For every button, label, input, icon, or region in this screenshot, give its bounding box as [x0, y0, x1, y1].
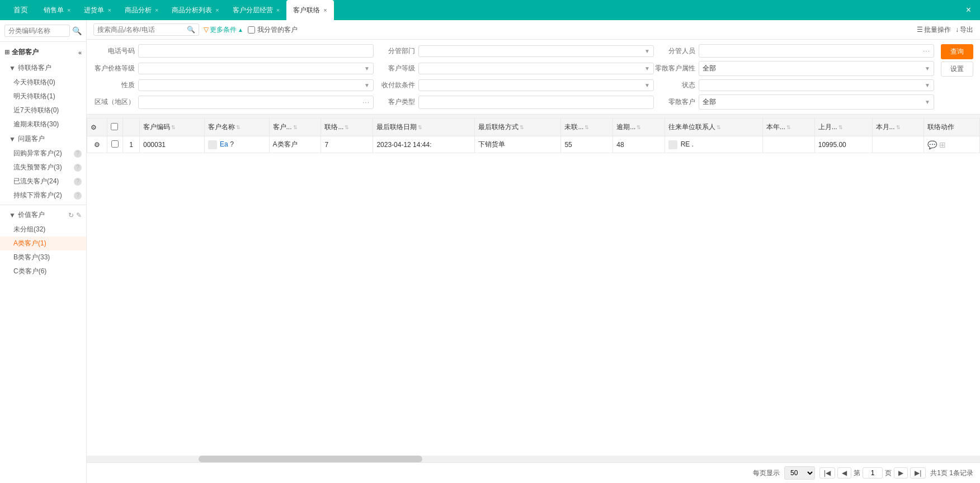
payment-select[interactable]: ▼ — [418, 79, 654, 91]
sort-icon: ⇅ — [293, 125, 298, 130]
grid-action-icon[interactable]: ⊞ — [939, 140, 946, 149]
last-contact-method-link[interactable]: 下销货单 — [478, 140, 505, 148]
close-sales-tab[interactable]: × — [67, 7, 70, 13]
info-icon[interactable]: ? — [74, 164, 82, 172]
sidebar-item-class-a[interactable]: A类客户(1) — [0, 236, 86, 250]
info-icon[interactable]: ? — [74, 150, 82, 158]
col-sort-unit[interactable]: 往来单位联系人 ⇅ — [668, 122, 721, 132]
close-goods-list-tab[interactable]: × — [215, 7, 219, 13]
nav-home[interactable]: 首页 — [4, 0, 37, 20]
my-customers-checkbox[interactable]: 我分管的客户 — [248, 25, 298, 35]
sidebar-item-declining[interactable]: 持续下滑客户(2) ? — [0, 188, 86, 202]
sidebar-item-churned[interactable]: 已流失客户(24) ? — [0, 174, 86, 188]
row-customer-name: Ea ? — [204, 136, 269, 153]
comment-icon[interactable]: 💬 — [927, 140, 937, 149]
col-sort-name[interactable]: 客户名称 ⇅ — [208, 122, 241, 132]
customer-type-input[interactable] — [418, 96, 654, 109]
close-purchase-tab[interactable]: × — [107, 7, 111, 13]
sidebar-item-7days-pending[interactable]: 近7天待联络(0) — [0, 103, 86, 117]
nav-tab-goods-analysis[interactable]: 商品分析 × — [118, 0, 165, 20]
nav-tab-purchase[interactable]: 进货单 × — [77, 0, 117, 20]
refresh-icon[interactable]: ↻ — [68, 211, 74, 219]
first-page-btn[interactable]: |◀ — [819, 467, 835, 479]
edit-icon[interactable]: ✎ — [76, 211, 82, 219]
row-select-checkbox[interactable] — [111, 140, 119, 148]
sidebar-item-repurchase-abnormal[interactable]: 回购异常客户(2) ? — [0, 146, 86, 160]
col-sort-method[interactable]: 最后联络方式 ⇅ — [478, 122, 524, 132]
last-page-btn[interactable]: ▶| — [910, 467, 926, 479]
more-conditions-btn[interactable]: ▽ 更多条件 ▲ — [204, 25, 243, 35]
page-nav: |◀ ◀ 第 页 ▶ ▶| — [819, 467, 926, 479]
close-customer-contact-tab[interactable]: × — [323, 7, 327, 13]
col-sort-type[interactable]: 客户... ⇅ — [273, 122, 298, 132]
retail-customer-select[interactable]: 全部 ▼ — [699, 94, 934, 110]
dept-select[interactable]: ▼ — [418, 45, 654, 57]
filter-search-input[interactable] — [97, 26, 187, 34]
filter-search-icon[interactable]: 🔍 — [187, 26, 195, 34]
table-header-row: ⚙ 客户编码 ⇅ 客户名称 — [87, 119, 980, 136]
col-sort-code[interactable]: 客户编码 ⇅ — [143, 122, 176, 132]
settings-button[interactable]: 设置 — [941, 61, 973, 77]
col-sort-thismonth[interactable]: 本月... ⇅ — [876, 122, 901, 132]
query-button[interactable]: 查询 — [941, 44, 973, 59]
sidebar-group-problem-customers[interactable]: ▼ 问题客户 — [0, 131, 86, 146]
retail-attr-select[interactable]: 全部 ▼ — [699, 61, 934, 76]
th-gear[interactable]: ⚙ — [87, 119, 107, 136]
select-all-checkbox[interactable] — [111, 123, 118, 130]
arrow-icon[interactable]: ▼ — [9, 211, 16, 219]
customer-name-text[interactable]: Ea — [220, 140, 228, 148]
sidebar-group-pending-contact[interactable]: ▼ 待联络客户 — [0, 60, 86, 75]
sidebar-item-churn-warning[interactable]: 流失预警客户(3) ? — [0, 160, 86, 174]
sidebar-item-tomorrow-pending[interactable]: 明天待联络(1) — [0, 89, 86, 103]
prev-page-btn[interactable]: ◀ — [837, 467, 851, 479]
col-sort-date[interactable]: 最后联络日期 ⇅ — [376, 122, 422, 132]
sidebar-search-button[interactable]: 🔍 — [72, 26, 82, 35]
sidebar-divider — [0, 205, 86, 205]
row-gear[interactable]: ⚙ — [87, 136, 107, 153]
col-sort-overdue[interactable]: 逾期... ⇅ — [616, 122, 641, 132]
nav-tab-sales[interactable]: 销售单 × — [37, 0, 77, 20]
info-icon[interactable]: ? — [74, 178, 82, 186]
region-select[interactable]: ··· — [138, 96, 374, 109]
col-sort-contact[interactable]: 联络... ⇅ — [324, 122, 349, 132]
customer-level-select[interactable]: ▼ — [418, 63, 654, 74]
next-page-btn[interactable]: ▶ — [894, 467, 908, 479]
close-customer-tier-tab[interactable]: × — [276, 7, 280, 13]
collapse-icon[interactable]: « — [78, 49, 82, 56]
horizontal-scrollbar[interactable] — [87, 456, 980, 462]
per-page-select[interactable]: 50 100 200 — [784, 466, 815, 480]
sidebar-search-input[interactable] — [4, 25, 70, 37]
manager-select[interactable]: ··· — [699, 44, 934, 58]
nature-label: 性质 — [93, 80, 138, 90]
nature-select[interactable]: ▼ — [138, 79, 374, 91]
page-input[interactable] — [863, 467, 883, 479]
batch-op-button[interactable]: ☰ 批量操作 — [917, 25, 951, 35]
sort-icon: ⇅ — [637, 125, 641, 130]
sidebar-item-today-pending[interactable]: 今天待联络(0) — [0, 75, 86, 89]
sidebar-item-overdue-contact[interactable]: 逾期未联络(30) — [0, 117, 86, 131]
scroll-thumb[interactable] — [199, 456, 422, 462]
nav-tab-customer-contact[interactable]: 客户联络 × — [286, 0, 333, 20]
sort-icon: ⇅ — [236, 125, 241, 130]
col-sort-year[interactable]: 本年... ⇅ — [766, 122, 791, 132]
status-select[interactable]: ▼ — [699, 79, 934, 91]
sidebar-all-customers[interactable]: ⊞ 全部客户 « — [0, 44, 86, 60]
nav-tab-customer-tier[interactable]: 客户分层经营 × — [226, 0, 286, 20]
my-customers-check[interactable] — [248, 26, 255, 34]
close-all-tabs[interactable]: × — [962, 5, 976, 15]
nav-tab-goods-analysis-list[interactable]: 商品分析列表 × — [165, 0, 225, 20]
col-sort-lastmonth[interactable]: 上月... ⇅ — [818, 122, 843, 132]
close-goods-analysis-tab[interactable]: × — [155, 7, 158, 13]
sidebar-item-ungrouped[interactable]: 未分组(32) — [0, 222, 86, 236]
col-sort-nocontact[interactable]: 未联... ⇅ — [564, 122, 589, 132]
row-customer-code: 000031 — [140, 136, 205, 153]
price-level-select[interactable]: ▼ — [138, 63, 374, 74]
sidebar-item-class-c[interactable]: C类客户(6) — [0, 264, 86, 278]
export-button[interactable]: ↓ 导出 — [955, 25, 973, 35]
info-icon[interactable]: ? — [74, 192, 82, 200]
status-arrow: ▼ — [925, 82, 930, 88]
sidebar-item-class-b[interactable]: B类客户(33) — [0, 250, 86, 264]
phone-input[interactable] — [138, 44, 374, 58]
filter-search-box: 🔍 — [93, 23, 199, 36]
field-nature: 性质 ▼ — [93, 79, 374, 91]
